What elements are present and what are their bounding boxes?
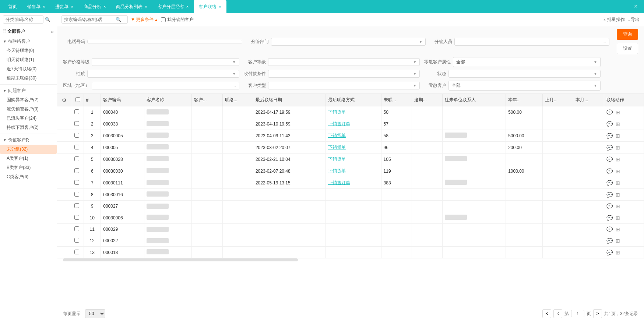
row-checkbox[interactable] (74, 238, 79, 243)
row-checkbox[interactable] (74, 133, 79, 138)
row-checkbox[interactable] (74, 145, 79, 149)
select-all-checkbox[interactable] (75, 97, 80, 102)
sidebar-item-b-class[interactable]: B类客户(33) (0, 163, 57, 172)
nature-select[interactable]: ▼ (87, 70, 239, 78)
row-checkbox[interactable] (74, 250, 79, 254)
chat-icon[interactable]: 💬 (606, 109, 613, 115)
chat-icon[interactable]: 💬 (606, 180, 613, 186)
chat-icon[interactable]: 💬 (606, 156, 613, 162)
sidebar-item-c-class[interactable]: C类客户(6) (0, 172, 57, 181)
settings-icon[interactable]: ⚙ (62, 97, 67, 103)
sidebar-collapse-btn[interactable]: « (51, 29, 54, 35)
row-checkbox[interactable] (74, 192, 79, 197)
contact-method-link[interactable]: 下销售订单 (328, 121, 350, 126)
chat-icon[interactable]: 💬 (606, 121, 613, 127)
nav-tab-product-analysis-list[interactable]: 商品分析列表 × (111, 0, 152, 13)
close-customer-contact-tab[interactable]: × (219, 4, 221, 9)
customer-level-select[interactable]: ▼ (268, 58, 420, 66)
settings-button[interactable]: 设置 (617, 43, 638, 54)
sidebar-item-today[interactable]: 今天待联络(0) (0, 46, 57, 55)
main-search-input[interactable] (64, 17, 116, 22)
horizontal-scrollbar[interactable] (63, 258, 298, 261)
close-purchase-tab[interactable]: × (71, 4, 73, 9)
col-last-month[interactable]: 上月... (543, 94, 573, 106)
chat-icon[interactable]: 💬 (606, 238, 613, 244)
sidebar-item-tomorrow[interactable]: 明天待联络(1) (0, 55, 57, 64)
close-product-analysis-list-tab[interactable]: × (145, 4, 147, 9)
sidebar-item-lost[interactable]: 已流失客户(24) (0, 114, 57, 123)
sidebar-group-problem[interactable]: ▼ 问题客户 (0, 86, 57, 95)
nav-tab-product-analysis[interactable]: 商品分析 × (78, 0, 111, 13)
sidebar-item-overdue[interactable]: 逾期未联络(30) (0, 74, 57, 83)
all-customers-header[interactable]: ⠿ 全部客户 « (0, 26, 57, 37)
contact-method-link[interactable]: 下销货单 (328, 156, 346, 162)
sidebar-item-churn-risk[interactable]: 流失预警客户(3) (0, 105, 57, 114)
chat-icon[interactable]: 💬 (606, 250, 613, 255)
nav-tab-customer-contact[interactable]: 客户联络 × (194, 0, 226, 13)
sidebar-item-abnormal[interactable]: 固购异常客户(2) (0, 95, 57, 105)
grid-action-icon[interactable]: ⊞ (616, 168, 620, 174)
grid-action-icon[interactable]: ⊞ (616, 250, 620, 255)
row-checkbox[interactable] (74, 180, 79, 185)
nav-tab-purchase[interactable]: 进货单 × (50, 0, 78, 13)
grid-action-icon[interactable]: ⊞ (616, 109, 620, 115)
more-filters-btn[interactable]: ▼ 更多条件 ▲ (131, 17, 158, 23)
sidebar-item-week[interactable]: 近7天待联络(0) (0, 64, 57, 74)
export-btn[interactable]: ↓ 导出 (628, 17, 640, 23)
grid-action-icon[interactable]: ⊞ (616, 192, 620, 198)
row-checkbox[interactable] (74, 226, 79, 231)
manager-select[interactable]: … (454, 38, 609, 46)
chat-icon[interactable]: 💬 (606, 168, 613, 174)
contact-method-link[interactable]: 下销货单 (328, 133, 346, 138)
col-settings[interactable]: ⚙ (57, 94, 72, 106)
dept-select[interactable]: ▼ (271, 38, 426, 46)
sidebar-group-value[interactable]: ▼ 价值客户 R (0, 135, 57, 145)
close-product-analysis-tab[interactable]: × (103, 4, 106, 9)
my-customers-checkbox[interactable] (161, 17, 166, 22)
grid-action-icon[interactable]: ⊞ (616, 215, 620, 221)
main-search-icon[interactable]: 🔍 (116, 17, 121, 22)
customer-type-select[interactable]: ▼ (268, 82, 420, 89)
chat-icon[interactable]: 💬 (606, 215, 613, 221)
first-page-btn[interactable]: K (542, 309, 551, 318)
phone-input[interactable] (87, 40, 242, 43)
col-last-contact-method[interactable]: 最后联络方式 (325, 94, 381, 106)
col-name[interactable]: 客户名称 (144, 94, 191, 106)
nav-home[interactable]: 首页 (3, 0, 22, 13)
col-last-contact-date[interactable]: 最后联络日期 (253, 94, 325, 106)
contact-method-link[interactable]: 下销货单 (328, 145, 346, 150)
contact-method-link[interactable]: 下销货单 (328, 109, 346, 114)
query-button[interactable]: 查询 (617, 29, 638, 40)
row-checkbox[interactable] (74, 156, 79, 161)
sidebar-item-a-class[interactable]: A类客户(1) (0, 154, 57, 163)
col-this-month[interactable]: 本月... (573, 94, 604, 106)
per-page-select[interactable]: 50 100 (85, 309, 105, 318)
grid-action-icon[interactable]: ⊞ (616, 203, 620, 209)
row-checkbox[interactable] (74, 215, 79, 220)
price-level-select[interactable]: ▼ (92, 58, 239, 66)
close-customer-segment-tab[interactable]: × (186, 4, 189, 9)
col-no-contact[interactable]: 未联... (381, 94, 412, 106)
sidebar-item-ungraded[interactable]: 未分组(32) (0, 145, 57, 154)
grid-action-icon[interactable]: ⊞ (616, 145, 620, 151)
chat-icon[interactable]: 💬 (606, 226, 613, 232)
col-type[interactable]: 客户... (192, 94, 222, 106)
prev-page-btn[interactable]: < (553, 309, 562, 318)
page-number-input[interactable] (571, 310, 584, 317)
row-checkbox[interactable] (74, 168, 79, 173)
col-unit-contact[interactable]: 往来单位联系人 (443, 94, 506, 106)
grid-action-icon[interactable]: ⊞ (616, 180, 620, 186)
retail-customer-select[interactable]: 全部▼ (448, 81, 601, 91)
sidebar-search-icon[interactable]: 🔍 (45, 17, 50, 22)
col-contact[interactable]: 联络... (222, 94, 253, 106)
contact-method-link[interactable]: 下销货单 (328, 168, 346, 173)
row-checkbox[interactable] (74, 121, 79, 126)
sidebar-group-pending[interactable]: ▼ 待联络客户 (0, 37, 57, 46)
chat-icon[interactable]: 💬 (606, 203, 613, 209)
retail-attr-select[interactable]: 全部▼ (453, 57, 601, 67)
grid-action-icon[interactable]: ⊞ (616, 156, 620, 162)
next-page-btn[interactable]: > (593, 309, 602, 318)
status-select[interactable]: ▼ (448, 70, 601, 78)
chat-icon[interactable]: 💬 (606, 133, 613, 139)
grid-action-icon[interactable]: ⊞ (616, 226, 620, 232)
